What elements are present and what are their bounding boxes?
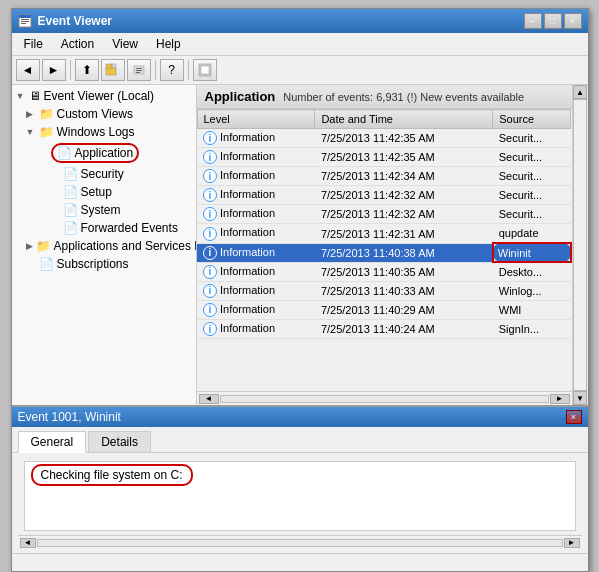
menu-file[interactable]: File — [16, 35, 51, 53]
forward-button[interactable]: ► — [42, 59, 66, 81]
scroll-right-btn[interactable]: ► — [550, 394, 570, 404]
table-row[interactable]: iInformation7/25/2013 11:40:29 AMWMI — [197, 300, 571, 319]
table-row[interactable]: iInformation7/25/2013 11:42:31 AMqupdate — [197, 224, 571, 243]
cell-datetime: 7/25/2013 11:40:24 AM — [315, 319, 493, 338]
cell-level: iInformation — [197, 243, 315, 262]
bottom-section: Event 1001, Wininit × General Details Ch… — [12, 405, 588, 553]
dialog-tabs: General Details — [12, 427, 588, 453]
sidebar-item-windows-logs[interactable]: ▼ 📁 Windows Logs — [22, 123, 196, 141]
doc-icon: 📄 — [63, 203, 78, 217]
title-bar: Event Viewer − □ × — [12, 9, 588, 33]
main-window: Event Viewer − □ × File Action View Help… — [11, 8, 589, 572]
tab-general[interactable]: General — [18, 431, 87, 453]
expand-icon: ▼ — [16, 91, 26, 101]
dialog-content-text: Checking file system on C: — [41, 468, 183, 482]
cell-level: iInformation — [197, 224, 315, 243]
cell-level: iInformation — [197, 319, 315, 338]
tab-details[interactable]: Details — [88, 431, 151, 452]
scroll-left-btn[interactable]: ◄ — [199, 394, 219, 404]
sidebar-item-label: Windows Logs — [57, 125, 135, 139]
table-row[interactable]: iInformation7/25/2013 11:40:24 AMSignIn.… — [197, 319, 571, 338]
dialog-hscroll[interactable]: ◄ ► — [18, 535, 582, 549]
folder-icon: 📁 — [36, 239, 51, 253]
sidebar-item-forwarded-events[interactable]: 📄 Forwarded Events — [46, 219, 196, 237]
menu-action[interactable]: Action — [53, 35, 102, 53]
col-datetime[interactable]: Date and Time — [315, 110, 493, 129]
table-row[interactable]: iInformation7/25/2013 11:42:35 AMSecurit… — [197, 129, 571, 148]
content-header: Application Number of events: 6,931 (!) … — [197, 85, 572, 109]
sidebar-item-setup[interactable]: 📄 Setup — [46, 183, 196, 201]
table-row[interactable]: iInformation7/25/2013 11:40:33 AMWinlog.… — [197, 281, 571, 300]
table-row[interactable]: iInformation7/25/2013 11:42:32 AMSecurit… — [197, 205, 571, 224]
sidebar-item-custom-views[interactable]: ▶ 📁 Custom Views — [22, 105, 196, 123]
cell-datetime: 7/25/2013 11:42:31 AM — [315, 224, 493, 243]
dialog-scroll-right[interactable]: ► — [564, 538, 580, 548]
dialog-content-wrapper: Checking file system on C: ◄ ► — [12, 453, 588, 553]
dialog-title: Event 1001, Wininit — [18, 410, 121, 424]
table-row[interactable]: iInformation7/25/2013 11:40:35 AMDeskto.… — [197, 262, 571, 281]
sidebar-item-event-viewer[interactable]: ▼ 🖥 Event Viewer (Local) — [12, 87, 196, 105]
cell-level: iInformation — [197, 281, 315, 300]
dialog-text-container: Checking file system on C: — [31, 468, 193, 482]
right-panel-up[interactable]: ▲ — [573, 85, 587, 99]
cell-level: iInformation — [197, 262, 315, 281]
sidebar-item-system[interactable]: 📄 System — [46, 201, 196, 219]
table-row[interactable]: iInformation7/25/2013 11:42:35 AMSecurit… — [197, 148, 571, 167]
cell-level: iInformation — [197, 300, 315, 319]
properties-button[interactable] — [127, 59, 151, 81]
cell-level: iInformation — [197, 148, 315, 167]
computer-icon: 🖥 — [29, 89, 41, 103]
svg-rect-11 — [136, 72, 140, 73]
cell-source: Securit... — [493, 129, 571, 148]
table-row[interactable]: iInformation7/25/2013 11:42:34 AMSecurit… — [197, 167, 571, 186]
close-button[interactable]: × — [564, 13, 582, 29]
folders-button[interactable] — [101, 59, 125, 81]
col-level[interactable]: Level — [197, 110, 315, 129]
horizontal-scrollbar[interactable]: ◄ ► — [197, 391, 572, 405]
content-panel: Application Number of events: 6,931 (!) … — [197, 85, 572, 405]
table-row[interactable]: iInformation7/25/2013 11:42:32 AMSecurit… — [197, 186, 571, 205]
dialog-close-button[interactable]: × — [566, 410, 582, 424]
expand-icon: ▼ — [26, 127, 36, 137]
menu-view[interactable]: View — [104, 35, 146, 53]
dialog-content-area[interactable]: Checking file system on C: — [24, 461, 576, 531]
events-table[interactable]: Level Date and Time Source iInformation7… — [197, 109, 572, 391]
sidebar-item-app-services-logs[interactable]: ▶ 📁 Applications and Services Lo — [22, 237, 196, 255]
cell-datetime: 7/25/2013 11:42:32 AM — [315, 186, 493, 205]
extra-button[interactable] — [193, 59, 217, 81]
doc-icon: 📄 — [39, 257, 54, 271]
help-button[interactable]: ? — [160, 59, 184, 81]
sidebar-item-application[interactable]: 📄 Application — [34, 141, 196, 165]
up-button[interactable]: ⬆ — [75, 59, 99, 81]
right-panel-track[interactable] — [573, 99, 587, 391]
info-icon: i — [203, 284, 217, 298]
sidebar-item-security[interactable]: 📄 Security — [46, 165, 196, 183]
sidebar-item-label: Event Viewer (Local) — [44, 89, 155, 103]
minimize-button[interactable]: − — [524, 13, 542, 29]
content-info: Number of events: 6,931 (!) New events a… — [283, 91, 524, 103]
info-icon: i — [203, 246, 217, 260]
sidebar-item-label: Custom Views — [57, 107, 133, 121]
cell-datetime: 7/25/2013 11:42:35 AM — [315, 148, 493, 167]
application-highlight-circle: 📄 Application — [51, 143, 140, 163]
doc-icon: 📄 — [57, 146, 72, 160]
col-source[interactable]: Source — [493, 110, 571, 129]
svg-rect-2 — [21, 19, 29, 20]
window-title: Event Viewer — [38, 14, 518, 28]
menu-help[interactable]: Help — [148, 35, 189, 53]
svg-rect-6 — [106, 68, 116, 75]
folder-icon: 📁 — [39, 107, 54, 121]
cell-level: iInformation — [197, 205, 315, 224]
maximize-button[interactable]: □ — [544, 13, 562, 29]
back-button[interactable]: ◄ — [16, 59, 40, 81]
sidebar-item-label: Setup — [81, 185, 112, 199]
scroll-track[interactable] — [220, 395, 549, 403]
sidebar-item-subscriptions[interactable]: 📄 Subscriptions — [22, 255, 196, 273]
svg-rect-3 — [21, 21, 29, 22]
sidebar-item-label: Forwarded Events — [81, 221, 178, 235]
table-row[interactable]: iInformation7/25/2013 11:40:38 AMWininit — [197, 243, 571, 262]
expand-icon: ▶ — [26, 241, 33, 251]
right-panel-down[interactable]: ▼ — [573, 391, 587, 405]
dialog-scroll-left[interactable]: ◄ — [20, 538, 36, 548]
dialog-scroll-track[interactable] — [37, 539, 563, 547]
